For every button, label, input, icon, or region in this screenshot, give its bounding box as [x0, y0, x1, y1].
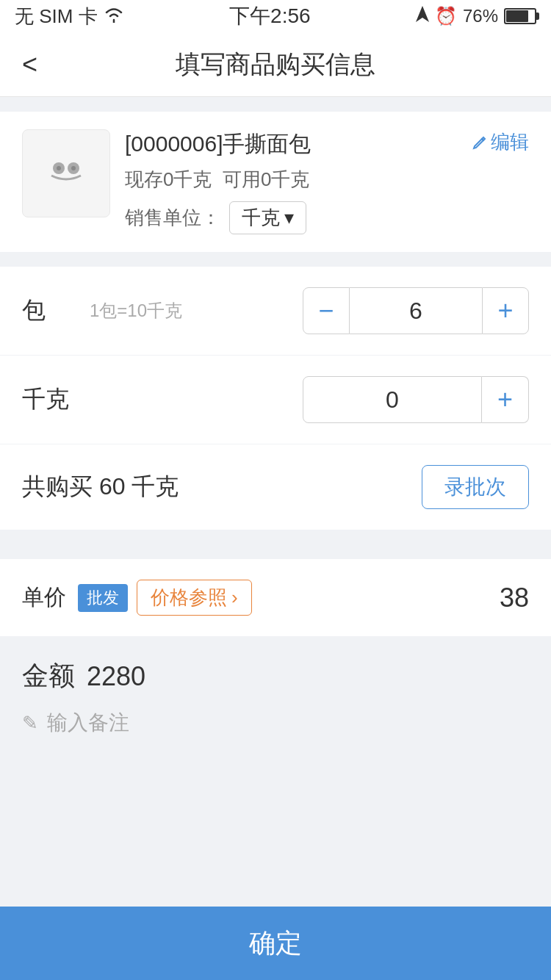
kilogram-row: 千克 + [0, 356, 551, 444]
price-section: 单价 批发 价格参照 › 38 [0, 559, 551, 636]
status-bar: 无 SIM 卡 下午2:56 ⏰ 76% [0, 0, 551, 32]
package-label: 包 [22, 295, 81, 327]
wifi-icon [104, 5, 124, 28]
carrier-text: 无 SIM 卡 [15, 4, 98, 29]
remark-icon: ✎ [22, 712, 38, 735]
product-name: [0000006]手撕面包 [125, 129, 472, 159]
remark-placeholder: 输入备注 [47, 709, 129, 737]
total-row: 共购买 60 千克 录批次 [0, 444, 551, 530]
kilogram-label: 千克 [22, 383, 81, 416]
price-value: 38 [500, 583, 529, 613]
kilogram-increase-button[interactable]: + [482, 376, 529, 423]
package-qty-input[interactable] [350, 287, 482, 334]
product-thumbnail [22, 129, 110, 217]
product-unit-row: 销售单位： 千克 ▾ [125, 201, 529, 234]
confirm-button[interactable]: 确定 [0, 907, 551, 980]
page-title: 填写商品购买信息 [176, 48, 375, 82]
chevron-right-icon: › [231, 586, 238, 609]
amount-section: 金额 2280 ✎ 输入备注 [0, 636, 551, 752]
status-right: ⏰ 76% [416, 6, 536, 26]
package-row: 包 1包=10千克 − + [0, 267, 551, 356]
package-decrease-button[interactable]: − [303, 287, 350, 334]
alarm-icon: ⏰ [435, 6, 457, 26]
empty-area [0, 752, 551, 898]
location-icon [416, 6, 429, 26]
section-divider-1 [0, 252, 551, 267]
price-row: 单价 批发 价格参照 › 38 [0, 559, 551, 636]
kilogram-qty-control: + [303, 376, 529, 423]
battery-icon [504, 8, 536, 24]
unit-select[interactable]: 千克 ▾ [229, 201, 306, 234]
price-tag: 批发 [78, 584, 128, 612]
amount-value: 2280 [87, 661, 145, 692]
input-section: 包 1包=10千克 − + 千克 + 共购买 60 千克 录批次 [0, 267, 551, 530]
svg-point-3 [71, 166, 76, 170]
price-label: 单价 [22, 583, 66, 613]
price-ref-button[interactable]: 价格参照 › [137, 580, 252, 616]
package-increase-button[interactable]: + [482, 287, 529, 334]
remark-row[interactable]: ✎ 输入备注 [22, 709, 529, 737]
status-time: 下午2:56 [229, 2, 311, 30]
batch-button[interactable]: 录批次 [422, 465, 529, 509]
back-button[interactable]: < [22, 42, 45, 87]
package-hint: 1包=10千克 [90, 299, 303, 323]
package-qty-control: − + [303, 287, 529, 334]
product-info: [0000006]手撕面包 编辑 现存0千克 可用0千克 销售单位： 千克 ▾ [125, 129, 529, 234]
svg-point-2 [57, 166, 61, 170]
status-left: 无 SIM 卡 [15, 4, 124, 29]
product-stock: 现存0千克 可用0千克 [125, 167, 529, 192]
dropdown-icon: ▾ [284, 206, 294, 229]
edit-button[interactable]: 编辑 [472, 129, 529, 155]
battery-percent: 76% [463, 6, 498, 26]
kilogram-qty-input[interactable] [303, 376, 482, 423]
product-card: [0000006]手撕面包 编辑 现存0千克 可用0千克 销售单位： 千克 ▾ [0, 112, 551, 252]
section-divider-2 [0, 530, 551, 544]
edit-label: 编辑 [491, 129, 529, 155]
total-label: 共购买 60 千克 [22, 471, 422, 503]
nav-bar: < 填写商品购买信息 [0, 32, 551, 97]
amount-row: 金额 2280 [22, 658, 529, 694]
amount-label: 金额 [22, 658, 75, 694]
price-ref-label: 价格参照 [151, 585, 227, 610]
